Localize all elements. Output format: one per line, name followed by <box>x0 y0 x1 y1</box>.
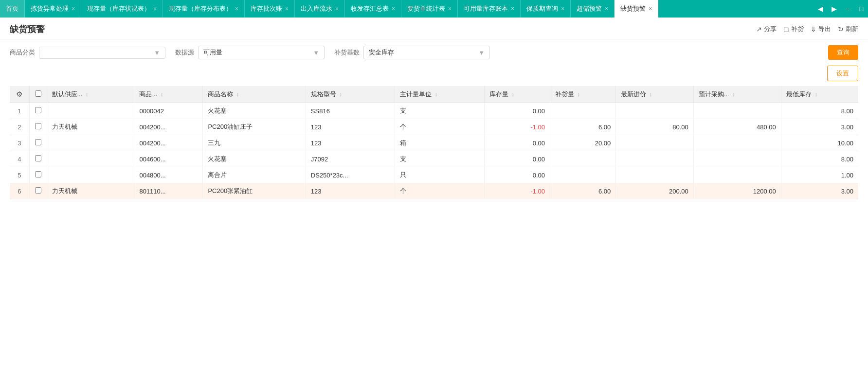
th-name[interactable]: 商品名称 ↕ <box>203 86 306 103</box>
header-actions: ↗ 分享 ◻ 补货 ⇓ 导出 ↻ 刷新 <box>756 25 858 34</box>
row-checkbox-2[interactable] <box>29 119 47 135</box>
row-min-stock-5: 1.00 <box>781 167 858 183</box>
row-est-purchase-5 <box>693 167 781 183</box>
tab-shortage[interactable]: 缺货预警 × <box>615 0 658 18</box>
maximize-btn[interactable]: □ <box>854 0 868 18</box>
sort-name-icon: ↕ <box>236 91 239 97</box>
share-button[interactable]: ↗ 分享 <box>756 25 777 34</box>
replenish-base-chevron-icon: ▼ <box>478 49 485 56</box>
row-stock-6: -1.00 <box>484 183 550 199</box>
row-supplier-2: 力天机械 <box>47 119 134 135</box>
row-select-4[interactable] <box>35 155 41 161</box>
table-row: 1 0000042 火花塞 SS816 支 0.00 8.00 <box>10 103 858 119</box>
replenish-button[interactable]: ◻ 补货 <box>783 25 804 34</box>
row-spec-4: J7092 <box>306 151 395 167</box>
replenish-base-label: 补货基数 <box>334 48 360 57</box>
sort-spec-icon: ↕ <box>339 91 342 97</box>
nav-next-btn[interactable]: ▶ <box>827 0 841 18</box>
row-unit-4: 支 <box>395 151 484 167</box>
close-tab-inout-flow[interactable]: × <box>335 5 339 12</box>
row-replenish-4 <box>550 151 616 167</box>
select-all-checkbox[interactable] <box>35 90 41 97</box>
close-tab-overstock[interactable]: × <box>605 5 608 12</box>
close-tab-abnormal[interactable]: × <box>72 5 75 12</box>
tab-overstock[interactable]: 超储预警 × <box>571 0 615 18</box>
close-tab-inventory-status[interactable]: × <box>153 5 157 12</box>
close-tab-shortage[interactable]: × <box>649 5 652 12</box>
row-checkbox-3[interactable] <box>29 135 47 151</box>
share-icon: ↗ <box>756 25 762 33</box>
row-code-3: 004200... <box>134 135 203 151</box>
datasource-select[interactable]: 可用量 ▼ <box>198 46 325 59</box>
th-unit[interactable]: 主计量单位 ↕ <box>395 86 484 103</box>
sort-replenish-icon: ↕ <box>578 91 580 97</box>
tab-abnormal[interactable]: 拣货异常处理 × <box>25 0 81 18</box>
close-tab-batch[interactable]: × <box>285 5 289 12</box>
row-spec-3: 123 <box>306 135 395 151</box>
settings-button[interactable]: 设置 <box>827 66 858 81</box>
minimize-btn[interactable]: − <box>841 0 854 18</box>
row-select-6[interactable] <box>35 187 41 194</box>
th-checkbox <box>29 86 47 103</box>
table-header: ⚙ 默认供应... ↕ 商品... ↕ 商品名称 ↕ <box>10 86 858 103</box>
tab-inventory-dist[interactable]: 现存量（库存分布表） × <box>163 0 245 18</box>
row-select-5[interactable] <box>35 171 41 177</box>
row-checkbox-4[interactable] <box>29 151 47 167</box>
row-replenish-6: 6.00 <box>550 183 616 199</box>
row-checkbox-6[interactable] <box>29 183 47 199</box>
row-code-5: 004800... <box>134 167 203 183</box>
th-replenish[interactable]: 补货量 ↕ <box>550 86 616 103</box>
table-settings-icon[interactable]: ⚙ <box>16 90 22 98</box>
row-select-1[interactable] <box>35 107 41 113</box>
tab-available-ledger[interactable]: 可用量库存账本 × <box>458 0 521 18</box>
export-button[interactable]: ⇓ 导出 <box>811 25 831 34</box>
row-min-stock-3: 10.00 <box>781 135 858 151</box>
tab-batch[interactable]: 库存批次账 × <box>245 0 295 18</box>
row-select-2[interactable] <box>35 123 41 129</box>
th-min-stock[interactable]: 最低库存 ↕ <box>781 86 858 103</box>
row-min-stock-1: 8.00 <box>781 103 858 119</box>
th-code[interactable]: 商品... ↕ <box>134 86 203 103</box>
row-supplier-4 <box>47 151 134 167</box>
th-latest-price[interactable]: 最新进价 ↕ <box>616 86 694 103</box>
th-est-purchase[interactable]: 预计采购... ↕ <box>693 86 781 103</box>
th-stock[interactable]: 库存量 ↕ <box>484 86 550 103</box>
row-min-stock-6: 3.00 <box>781 183 858 199</box>
row-checkbox-5[interactable] <box>29 167 47 183</box>
row-est-purchase-2: 480.00 <box>693 119 781 135</box>
table-row: 5 004800... 离合片 DS250*23c... 只 0.00 1.00 <box>10 167 858 183</box>
category-select[interactable]: ▼ <box>39 47 165 59</box>
close-tab-inventory-dist[interactable]: × <box>235 5 238 12</box>
row-name-4: 火花塞 <box>203 151 306 167</box>
tab-inout-flow[interactable]: 出入库流水 × <box>295 0 345 18</box>
row-stock-3: 0.00 <box>484 135 550 151</box>
th-settings[interactable]: ⚙ <box>10 86 29 103</box>
close-tab-expiry[interactable]: × <box>561 5 564 12</box>
close-tab-receive-summary[interactable]: × <box>392 5 395 12</box>
row-unit-2: 个 <box>395 119 484 135</box>
nav-prev-btn[interactable]: ◀ <box>814 0 827 18</box>
tab-order-stats[interactable]: 要货单统计表 × <box>401 0 458 18</box>
row-unit-6: 个 <box>395 183 484 199</box>
refresh-button[interactable]: ↻ 刷新 <box>838 25 858 34</box>
row-checkbox-1[interactable] <box>29 103 47 119</box>
tab-receive-summary[interactable]: 收发存汇总表 × <box>345 0 401 18</box>
table-body: 1 0000042 火花塞 SS816 支 0.00 8.00 2 力天机械 0… <box>10 103 858 199</box>
close-tab-available-ledger[interactable]: × <box>511 5 514 12</box>
row-supplier-3 <box>47 135 134 151</box>
replenish-base-select[interactable]: 安全库存 ▼ <box>363 46 490 59</box>
row-supplier-5 <box>47 167 134 183</box>
category-label: 商品分类 <box>10 48 35 57</box>
row-name-1: 火花塞 <box>203 103 306 119</box>
row-select-3[interactable] <box>35 139 41 145</box>
row-min-stock-2: 3.00 <box>781 119 858 135</box>
th-spec[interactable]: 规格型号 ↕ <box>306 86 395 103</box>
tab-home[interactable]: 首页 <box>0 0 25 18</box>
th-supplier[interactable]: 默认供应... ↕ <box>47 86 134 103</box>
row-est-purchase-3 <box>693 135 781 151</box>
query-button[interactable]: 查询 <box>828 45 858 60</box>
close-tab-order-stats[interactable]: × <box>448 5 452 12</box>
action-buttons: 查询 <box>828 45 858 60</box>
tab-inventory-status[interactable]: 现存量（库存状况表） × <box>81 0 163 18</box>
tab-expiry[interactable]: 保质期查询 × <box>521 0 571 18</box>
